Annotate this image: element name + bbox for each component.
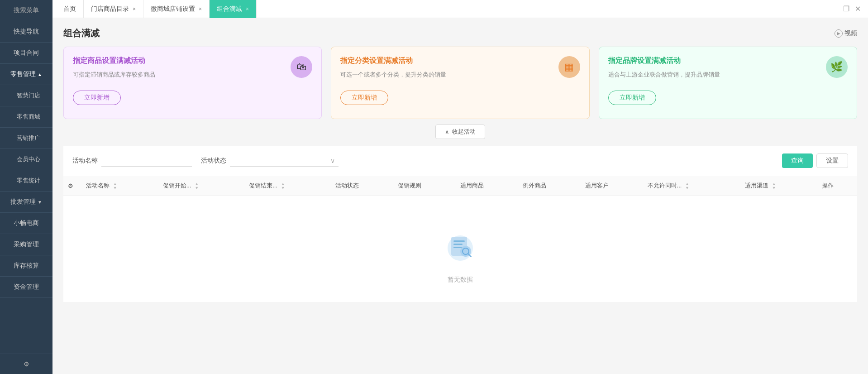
- tab-wechat-store[interactable]: 微商城店铺设置 ×: [143, 0, 210, 18]
- product-card-add-btn[interactable]: 立即新增: [73, 91, 121, 105]
- empty-state: 暂无数据: [63, 196, 857, 302]
- page-title: 组合满减: [63, 27, 100, 39]
- category-card-desc: 可选一个或者多个分类，提升分类的销量: [340, 70, 580, 80]
- tab-store-catalog[interactable]: 门店商品目录 ×: [84, 0, 143, 18]
- filter-status-select[interactable]: ∨: [230, 155, 339, 167]
- filter-name-label: 活动名称: [72, 157, 98, 165]
- tab-home[interactable]: 首页: [56, 0, 84, 18]
- tab-combo-discount[interactable]: 组合满减 ×: [210, 0, 257, 18]
- brand-card-add-btn[interactable]: 立即新增: [608, 91, 656, 105]
- sort-channel-icon[interactable]: ▲▼: [772, 182, 776, 190]
- close-combo-discount-icon[interactable]: ×: [246, 6, 249, 12]
- svg-rect-2: [453, 240, 465, 242]
- main-area: 首页 门店商品目录 × 微商城店铺设置 × 组合满减 × ❐ ✕ 组合满减 ▶ …: [52, 0, 868, 374]
- activity-cards: 🛍 指定商品设置满减活动 可指定滞销商品或库存较多商品 立即新增 ▦ 指定分类设…: [63, 47, 857, 119]
- product-card-desc: 可指定滞销商品或库存较多商品: [73, 70, 312, 80]
- table-section: ⚙ 活动名称 ▲▼ 促销开始... ▲▼ 促销结束: [63, 176, 857, 302]
- sidebar-item-xichang-ec[interactable]: 小畅电商: [0, 213, 52, 234]
- sidebar-item-marketing[interactable]: 营销推广: [0, 128, 52, 149]
- settings-btn[interactable]: 设置: [816, 153, 848, 168]
- activities-table: ⚙ 活动名称 ▲▼ 促销开始... ▲▼ 促销结束: [63, 176, 857, 302]
- filter-status-label: 活动状态: [201, 157, 226, 165]
- sidebar-item-member-center[interactable]: 会员中心: [0, 149, 52, 170]
- category-card-title: 指定分类设置满减活动: [340, 56, 580, 66]
- sort-exclusive-icon[interactable]: ▲▼: [685, 182, 689, 190]
- th-channel-label: 适用渠道: [745, 182, 768, 189]
- th-exclusive-label: 不允许同时...: [648, 182, 682, 189]
- sidebar-item-purchase-mgmt[interactable]: 采购管理: [0, 234, 52, 255]
- product-activity-card: 🛍 指定商品设置满减活动 可指定滞销商品或库存较多商品 立即新增: [63, 47, 322, 119]
- th-end: 促销结束... ▲▼: [244, 176, 330, 196]
- filter-actions: 查询 设置: [782, 153, 848, 168]
- filter-name-input[interactable]: [101, 155, 192, 167]
- sidebar-item-project-contract[interactable]: 项目合同: [0, 43, 52, 64]
- window-controls: ❐ ✕: [839, 5, 864, 13]
- th-gear[interactable]: ⚙: [63, 176, 81, 196]
- th-name: 活动名称 ▲▼: [81, 176, 158, 196]
- sidebar-search[interactable]: 搜索菜单: [0, 0, 52, 21]
- brand-card-icon: 🌿: [826, 56, 848, 78]
- th-customer: 适用客户: [581, 176, 643, 196]
- brand-card-desc: 适合与上游企业联合做营销，提升品牌销量: [608, 70, 848, 80]
- collapse-bar: ∧ 收起活动: [63, 125, 857, 139]
- content-area: 组合满减 ▶ 视频 🛍 指定商品设置满减活动 可指定滞销商品或库存较多商品 立即…: [52, 18, 868, 374]
- sidebar-item-retail-management[interactable]: 零售管理 ▲: [0, 64, 52, 85]
- product-card-title: 指定商品设置满减活动: [73, 56, 312, 66]
- filter-section: 活动名称 活动状态 ∨ 查询 设置: [63, 146, 857, 175]
- sidebar-item-retail-stats[interactable]: 零售统计: [0, 170, 52, 192]
- sort-end-icon[interactable]: ▲▼: [281, 182, 285, 190]
- close-icon[interactable]: ✕: [855, 5, 861, 13]
- chevron-down-icon: ▼: [38, 200, 42, 205]
- close-wechat-store-icon[interactable]: ×: [199, 6, 202, 12]
- empty-text: 暂无数据: [448, 276, 473, 284]
- chevron-up-icon: ▲: [38, 72, 42, 77]
- th-rule: 促销规则: [393, 176, 456, 196]
- play-icon: ▶: [835, 29, 843, 38]
- th-status: 活动状态: [331, 176, 393, 196]
- category-card-add-btn[interactable]: 立即新增: [340, 91, 388, 105]
- svg-rect-3: [453, 244, 463, 245]
- chevron-up-icon: ∧: [445, 129, 449, 135]
- table-wrapper: ⚙ 活动名称 ▲▼ 促销开始... ▲▼ 促销结束: [63, 176, 857, 302]
- th-goods: 适用商品: [456, 176, 518, 196]
- sidebar-item-smart-store[interactable]: 智慧门店: [0, 85, 52, 106]
- th-exception: 例外商品: [518, 176, 581, 196]
- category-card-icon: ▦: [558, 56, 580, 78]
- th-end-label: 促销结束...: [249, 182, 277, 189]
- brand-activity-card: 🌿 指定品牌设置满减活动 适合与上游企业联合做营销，提升品牌销量 立即新增: [599, 47, 857, 119]
- sort-start-icon[interactable]: ▲▼: [195, 182, 199, 190]
- category-activity-card: ▦ 指定分类设置满减活动 可选一个或者多个分类，提升分类的销量 立即新增: [331, 47, 589, 119]
- tab-bar: 首页 门店商品目录 × 微商城店铺设置 × 组合满减 × ❐ ✕: [52, 0, 868, 18]
- sidebar-item-retail-mall[interactable]: 零售商城: [0, 106, 52, 128]
- query-btn[interactable]: 查询: [782, 153, 813, 168]
- video-link[interactable]: ▶ 视频: [835, 29, 857, 38]
- sidebar-settings-btn[interactable]: ⚙: [0, 354, 52, 374]
- empty-icon: [438, 223, 483, 269]
- dropdown-icon: ∨: [330, 157, 335, 164]
- th-start: 促销开始... ▲▼: [158, 176, 244, 196]
- th-exclusive: 不允许同时... ▲▼: [643, 176, 740, 196]
- sidebar-item-inventory[interactable]: 库存核算: [0, 255, 52, 277]
- th-channel: 适用渠道 ▲▼: [740, 176, 817, 196]
- th-start-label: 促销开始...: [163, 182, 191, 189]
- collapse-activities-btn[interactable]: ∧ 收起活动: [435, 125, 485, 139]
- filter-table-container: 活动名称 活动状态 ∨ 查询 设置: [63, 146, 857, 302]
- brand-card-title: 指定品牌设置满减活动: [608, 56, 848, 66]
- th-action: 操作: [817, 176, 857, 196]
- filter-name-field: 活动名称: [72, 155, 192, 167]
- resize-icon[interactable]: ❐: [843, 5, 849, 13]
- sidebar-item-finance[interactable]: 资金管理: [0, 277, 52, 298]
- filter-status-field: 活动状态 ∨: [201, 155, 339, 167]
- sidebar: 搜索菜单 快捷导航 项目合同 零售管理 ▲ 智慧门店 零售商城 营销推广 会员中…: [0, 0, 52, 374]
- sidebar-item-quick-nav[interactable]: 快捷导航: [0, 21, 52, 43]
- page-header: 组合满减 ▶ 视频: [63, 27, 857, 39]
- close-store-catalog-icon[interactable]: ×: [133, 6, 136, 12]
- sidebar-item-wholesale-mgmt[interactable]: 批发管理 ▼: [0, 192, 52, 213]
- th-name-label: 活动名称: [86, 182, 110, 189]
- sort-name-icon[interactable]: ▲▼: [113, 182, 117, 190]
- product-card-icon: 🛍: [291, 56, 312, 78]
